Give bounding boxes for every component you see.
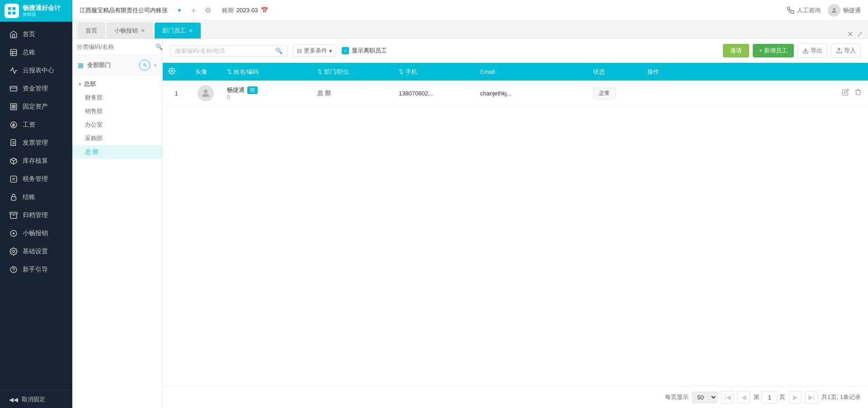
employee-search-icon[interactable]: 🔍 xyxy=(275,47,283,54)
sidebar-item-inventory[interactable]: 库存核算 xyxy=(0,152,72,170)
dept-child-purchase-label: 采购部 xyxy=(85,135,103,142)
sidebar-item-funds[interactable]: 资金管理 xyxy=(0,80,72,98)
company-dropdown[interactable]: ▼ xyxy=(177,7,182,14)
header-settings-btn[interactable]: ⚙ xyxy=(205,6,211,14)
unpin-icon: ◀◀ xyxy=(9,396,18,403)
page-last-btn[interactable]: ▶| xyxy=(805,391,818,403)
filter-chevron-icon: ▾ xyxy=(329,47,332,54)
sidebar-item-close[interactable]: 结账 xyxy=(0,188,72,206)
svg-rect-13 xyxy=(12,107,13,109)
sidebar-item-ledger[interactable]: 总账 xyxy=(0,43,72,62)
svg-rect-4 xyxy=(10,49,17,56)
table-header-name[interactable]: ⇅ 姓名/编码 xyxy=(222,63,312,81)
sidebar-item-home[interactable]: 首页 xyxy=(0,25,72,43)
filter-label: 更多条件 xyxy=(304,47,327,55)
sidebar-logo[interactable]: 畅捷通好会计 旗舰版 xyxy=(0,0,72,22)
tab-employees[interactable]: 部门员工 ✕ xyxy=(155,23,201,38)
dept-child-finance-label: 财务部 xyxy=(85,94,103,101)
dept-header: ▦ 全部部门 ✎ « xyxy=(72,55,162,76)
lock-icon xyxy=(9,193,18,202)
svg-rect-1 xyxy=(13,7,16,10)
tab-expand[interactable]: ⤢ xyxy=(857,30,863,38)
dept-search-input[interactable] xyxy=(77,43,153,50)
period-value: 2023-03 xyxy=(236,7,258,14)
sidebar-unpin[interactable]: ◀◀ 取消固定 xyxy=(0,390,72,408)
dept-panel: 🔍 ▦ 全部部门 ✎ « ▼ 总部 财务部 销售部 xyxy=(72,39,163,408)
dept-search-icon[interactable]: 🔍 xyxy=(156,43,163,50)
page-prev-btn[interactable]: ◀ xyxy=(737,391,750,403)
dept-collapse-btn[interactable]: « xyxy=(154,62,157,68)
page-input[interactable] xyxy=(761,391,778,403)
sidebar-item-assets[interactable]: 固定资产 xyxy=(0,98,72,116)
table-header-gear[interactable] xyxy=(163,63,190,81)
dept-edit-btn[interactable]: ✎ xyxy=(139,60,150,71)
dept-child-office[interactable]: 办公室 xyxy=(72,118,162,132)
sidebar-item-guide[interactable]: 新手引导 xyxy=(0,261,72,279)
guide-icon xyxy=(9,265,18,274)
tab-close-all[interactable]: ✕ xyxy=(847,30,853,38)
table-header-status: 状态 xyxy=(588,63,642,81)
invite-btn[interactable]: 邀请 xyxy=(723,44,749,57)
dept-child-purchase[interactable]: 采购部 xyxy=(72,132,162,145)
row-name-cell: 畅捷通 部 0 xyxy=(222,81,312,106)
home-icon xyxy=(9,30,18,39)
tab-expense-close[interactable]: ✕ xyxy=(141,28,145,34)
table-header-dept[interactable]: ⇅ 部门/职位 xyxy=(312,63,393,81)
unpin-label: 取消固定 xyxy=(22,395,45,403)
page-next-btn[interactable]: ▶ xyxy=(789,391,802,403)
sidebar-item-tax[interactable]: 税务管理 xyxy=(0,170,72,188)
tab-home-label: 首页 xyxy=(85,27,97,35)
sidebar-item-expense[interactable]: 小畅报销 xyxy=(0,224,72,242)
row-phone: 138070602... xyxy=(393,81,475,106)
archive-icon xyxy=(9,211,18,220)
filter-btn[interactable]: ⊟ 更多条件 ▾ xyxy=(293,44,336,57)
logo-sub: 旗舰版 xyxy=(23,11,61,18)
per-page-label: 每页显示 xyxy=(665,393,689,401)
dept-child-sales[interactable]: 销售部 xyxy=(72,104,162,118)
add-employee-btn[interactable]: + 新增员工 xyxy=(753,44,794,57)
svg-point-24 xyxy=(13,251,15,253)
employee-search-box: 🔍 xyxy=(170,45,288,57)
import-btn[interactable]: 导入 xyxy=(831,43,861,58)
calendar-icon[interactable]: 📅 xyxy=(261,7,268,14)
user-menu[interactable]: 畅捷通 xyxy=(828,4,861,17)
sidebar-item-salary[interactable]: 工资 xyxy=(0,116,72,134)
sidebar-item-reports[interactable]: 云报表中心 xyxy=(0,62,72,80)
add-company-btn[interactable]: ＋ xyxy=(189,5,198,16)
svg-rect-12 xyxy=(14,105,15,106)
svg-rect-14 xyxy=(14,107,15,109)
row-avatar xyxy=(190,81,222,106)
page-first-btn[interactable]: |◀ xyxy=(721,391,734,403)
page-label: 第 xyxy=(754,393,760,401)
dept-parent-item[interactable]: ▼ 总部 xyxy=(72,77,162,91)
sidebar-item-invoice[interactable]: 发票管理 xyxy=(0,134,72,152)
dept-child-hq[interactable]: 总 部 xyxy=(72,145,162,159)
sidebar-item-settings[interactable]: 基础设置 xyxy=(0,242,72,261)
tab-employees-close[interactable]: ✕ xyxy=(189,28,193,34)
row-status: 正常 xyxy=(588,81,642,106)
dept-grid-icon: ▦ xyxy=(78,62,84,69)
tab-expense[interactable]: 小畅报销 ✕ xyxy=(107,23,153,38)
export-btn[interactable]: 导出 xyxy=(797,43,827,58)
employee-table: 头像 ⇅ 姓名/编码 ⇅ 部门/职位 ⇅ 手机 Email 状态 xyxy=(163,63,868,386)
svg-rect-8 xyxy=(10,86,17,91)
table-header-phone[interactable]: ⇅ 手机 xyxy=(393,63,475,81)
sidebar-label-invoice: 发票管理 xyxy=(23,139,48,147)
delete-btn[interactable] xyxy=(854,88,863,99)
dept-child-finance[interactable]: 财务部 xyxy=(72,91,162,104)
per-page-select[interactable]: 50 20 100 xyxy=(692,392,717,403)
tab-home[interactable]: 首页 xyxy=(78,23,105,38)
employee-dept-badge: 部 xyxy=(247,86,258,94)
chart-icon xyxy=(9,66,18,75)
show-resigned-toggle[interactable]: 显示离职员工 xyxy=(342,47,387,55)
money-icon xyxy=(9,120,18,129)
sidebar-label-assets: 固定资产 xyxy=(23,103,48,111)
sidebar-item-archive[interactable]: 归档管理 xyxy=(0,206,72,224)
employee-search-input[interactable] xyxy=(175,47,273,54)
sidebar-label-expense: 小畅报销 xyxy=(23,229,48,237)
show-resigned-checkbox[interactable] xyxy=(342,47,349,54)
edit-btn[interactable] xyxy=(841,88,850,99)
gear-icon xyxy=(9,247,18,256)
sidebar-label-settings: 基础设置 xyxy=(23,247,48,256)
support-btn[interactable]: 人工咨询 xyxy=(787,6,821,14)
